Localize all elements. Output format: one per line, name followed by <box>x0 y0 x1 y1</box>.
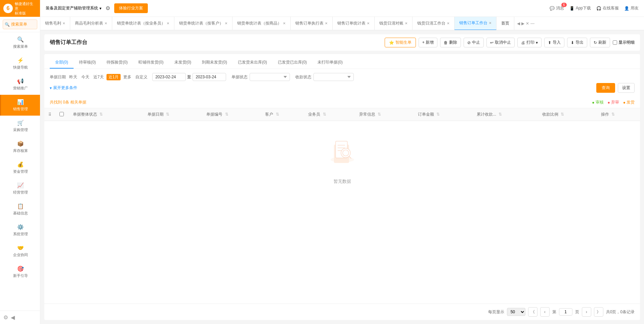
add-button[interactable]: + 新增 <box>419 38 437 47</box>
settings-button[interactable]: 设置 <box>618 83 635 93</box>
sidebar-item-basic-info[interactable]: 📋基础信息 <box>0 199 40 220</box>
tab-close-icon[interactable]: ✕ <box>167 22 169 25</box>
tab-sales-stats-customer[interactable]: 销货单统计表（按客户）✕ <box>174 17 232 30</box>
sidebar-item-marketing[interactable]: 📢营销推广 <box>0 74 40 95</box>
tab-close-icon[interactable]: ✕ <box>62 22 65 25</box>
sidebar-item-finance[interactable]: 💰资金管理 <box>0 157 40 178</box>
sort-icon-ops[interactable]: ⇅ <box>611 112 615 117</box>
tab-close-icon[interactable]: ✕ <box>405 22 407 25</box>
date-to-input[interactable] <box>192 73 226 81</box>
date-1month[interactable]: 近1月 <box>106 74 121 80</box>
page-number-input[interactable] <box>559 308 572 316</box>
show-detail-toggle[interactable]: 显示明细 <box>613 40 635 45</box>
smart-create-button[interactable]: ⭐ 智能生单 <box>385 38 416 47</box>
sidebar-item-sales[interactable]: 📊销售管理 <box>0 95 40 116</box>
sort-icon-number[interactable]: ⇅ <box>225 112 228 117</box>
filter-tab-not-printed[interactable]: 未打印单据(0) <box>312 57 348 69</box>
tab-cash-reconcile[interactable]: 钱货日清对账✕ <box>375 17 413 30</box>
message-button[interactable]: 💬 消息 6 <box>550 5 564 11</box>
tab-sales-stats[interactable]: 销售订单统计表✕ <box>333 17 375 30</box>
review-action-button[interactable]: ● 审核 <box>592 99 603 105</box>
query-button[interactable]: 查询 <box>596 83 615 93</box>
filter-tab-all[interactable]: 全部(0) <box>50 57 74 69</box>
tab-sales-profit[interactable]: 销售毛利✕ <box>40 17 70 30</box>
sidebar-item-operations[interactable]: 📈经营管理 <box>0 178 40 199</box>
user-menu[interactable]: 👤 用友 <box>624 5 639 11</box>
settings-bottom-icon[interactable]: ⚙ <box>3 314 8 321</box>
tab-close-icon[interactable]: ✕ <box>367 22 370 25</box>
date-more[interactable]: 更多 <box>122 74 133 81</box>
tabs-prev-icon[interactable]: ◀ <box>517 21 520 26</box>
date-custom[interactable]: 自定义 <box>134 74 149 81</box>
col-checkbox[interactable] <box>55 108 69 121</box>
tab-sales-exec[interactable]: 销售订单执行表✕ <box>291 17 333 30</box>
date-from-input[interactable] <box>152 73 186 81</box>
cancel-review-action-button[interactable]: ● 弃审 <box>608 99 619 105</box>
tab-close-icon[interactable]: ✕ <box>447 22 449 25</box>
sort-icon-status[interactable]: ⇅ <box>99 112 103 117</box>
next-page-button[interactable]: › <box>582 307 591 317</box>
sidebar-item-guide[interactable]: 🎯新手引导 <box>0 261 40 282</box>
payment-select[interactable] <box>313 73 354 81</box>
date-today[interactable]: 今天 <box>80 74 91 81</box>
cancel-suspend-button[interactable]: ↩ 取消中止 <box>486 38 515 47</box>
tab-close-icon[interactable]: ✕ <box>489 21 491 25</box>
print-button[interactable]: 🖨 打印 ▾ <box>517 38 542 47</box>
filter-tab-shipped-not-out[interactable]: 已发货未出库(0) <box>232 57 272 69</box>
sort-icon-abnormal[interactable]: ⇅ <box>378 112 381 117</box>
tab-home[interactable]: 首页 <box>497 17 514 30</box>
delete-button[interactable]: 🗑 删除 <box>440 38 461 47</box>
collapse-icon[interactable]: ◀ <box>11 314 15 321</box>
filter-tab-pending-review[interactable]: 待审核(0) <box>74 57 101 69</box>
sidebar-item-quick-nav[interactable]: ⚡快捷导航 <box>0 53 40 74</box>
filter-tab-expired-not-shipped[interactable]: 到期未发货(0) <box>197 57 232 69</box>
tab-gross-profit[interactable]: 商品毛利分析表✕ <box>70 17 112 30</box>
tabs-close-all-icon[interactable]: ✕ <box>526 21 529 26</box>
sidebar-item-search[interactable]: 🔍搜索菜单 <box>0 32 40 53</box>
tab-close-icon[interactable]: ✕ <box>225 22 227 25</box>
sort-icon-ratio[interactable]: ⇅ <box>561 112 564 117</box>
search-menu-button[interactable]: 🔍 搜索菜单 <box>3 19 37 29</box>
sort-icon-date[interactable]: ⇅ <box>166 112 169 117</box>
sort-icon-customer[interactable]: ⇅ <box>276 112 279 117</box>
prev-page-button[interactable]: ‹ <box>540 307 550 317</box>
tab-close-icon[interactable]: ✕ <box>104 22 107 25</box>
last-page-button[interactable]: 》 <box>594 307 603 317</box>
table-scroll-container[interactable]: ⠿ 单据整体状态 ⇅单据日期 ⇅单据编号 ⇅客户 ⇅业务员 ⇅异常信息 ⇅订单金… <box>44 108 640 303</box>
export-button[interactable]: ⬇ 导出 <box>567 38 587 47</box>
online-service-button[interactable]: 🎧 在线客服 <box>596 5 619 11</box>
refresh-button[interactable]: ↻ 刷新 <box>590 38 610 47</box>
select-all-checkbox[interactable] <box>59 112 64 116</box>
sort-icon-staff[interactable]: ⇅ <box>323 112 326 117</box>
app-download-button[interactable]: 📱 App下载 <box>569 5 591 11</box>
sidebar-item-system[interactable]: ⚙️系统管理 <box>0 220 40 241</box>
sidebar-item-inventory[interactable]: 📦库存核算 <box>0 136 40 157</box>
expand-conditions-button[interactable]: ▾ 展开更多条件 <box>50 85 77 91</box>
import-button[interactable]: ⬆ 导入 <box>544 38 564 47</box>
sidebar-item-purchase[interactable]: 🛒采购管理 <box>0 116 40 136</box>
tabs-next-icon[interactable]: ▶ <box>521 21 524 26</box>
filter-tab-pending-inspect[interactable]: 待拣验货(0) <box>101 57 133 69</box>
ship-action-button[interactable]: ● 发货 <box>623 99 635 105</box>
date-7days[interactable]: 近7天 <box>92 74 105 81</box>
gear-settings-icon[interactable]: ⚙ <box>105 5 110 11</box>
filter-tab-not-shipped[interactable]: 未发货(0) <box>169 57 197 69</box>
tab-close-icon[interactable]: ✕ <box>283 22 286 25</box>
show-detail-checkbox[interactable] <box>613 40 617 45</box>
tab-cash-daily[interactable]: 钱货日清工作台✕ <box>413 17 455 30</box>
first-page-button[interactable]: 《 <box>528 307 538 317</box>
status-select[interactable] <box>250 73 290 81</box>
sidebar-item-cooperation[interactable]: 🤝企业协同 <box>0 241 40 261</box>
suspend-button[interactable]: ⊘ 中止 <box>464 38 484 47</box>
tab-close-icon[interactable]: ✕ <box>325 22 328 25</box>
filter-tab-shipped-out[interactable]: 已发货已出库(0) <box>272 57 312 69</box>
solution-button[interactable]: 体验行业方案 <box>114 3 148 13</box>
sort-icon-received[interactable]: ⇅ <box>499 112 502 117</box>
tab-sales-stats-staff[interactable]: 销货单统计表（按业务员）✕ <box>112 17 174 30</box>
system-title-dropdown[interactable]: 装备及固定资产辅助管理系统 ▾ <box>46 5 101 11</box>
filter-tab-wangpu-pending[interactable]: 旺铺待发货(0) <box>133 57 169 69</box>
per-page-select[interactable]: 2050100 <box>507 308 525 316</box>
sort-icon-amount[interactable]: ⇅ <box>436 112 440 117</box>
tab-sales-order-workbench[interactable]: 销售订单工作台✕ <box>455 17 497 30</box>
tabs-minimize-icon[interactable]: — <box>530 21 534 26</box>
